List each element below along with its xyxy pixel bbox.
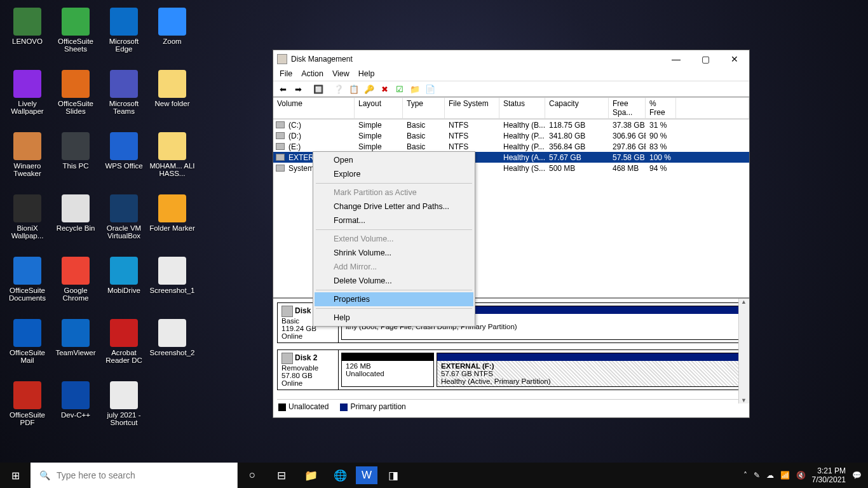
desktop-icon[interactable]: M0HAM... ALI HASS... — [149, 132, 196, 177]
menu-action[interactable]: Action — [301, 69, 323, 78]
desktop-icon[interactable]: Google Chrome — [52, 257, 99, 302]
disk-2[interactable]: Disk 2 Removable 57.80 GB Online 126 MB … — [277, 349, 745, 390]
desktop-icon[interactable]: MobiDrive — [100, 257, 147, 294]
col-layout[interactable]: Layout — [355, 97, 403, 119]
scrollbar[interactable] — [738, 299, 749, 403]
explorer-icon[interactable]: 📁 — [296, 463, 325, 488]
icon-label: OfficeSuite PDF — [4, 411, 51, 426]
taskbar: ⊞ 🔍 Type here to search ○ ⊟ 📁 🌐 W ◨ ˄ ✎ … — [0, 463, 868, 488]
desktop-icon[interactable]: Recycle Bin — [52, 194, 99, 232]
desktop-icon[interactable]: Lively Wallpaper — [4, 70, 51, 115]
app-icon — [13, 381, 41, 409]
col-capacity[interactable]: Capacity — [545, 97, 609, 119]
notifications-icon[interactable]: 💬 — [852, 471, 862, 480]
desktop-icon[interactable]: OfficeSuite Sheets — [52, 8, 99, 53]
toolbar: ⬅ ➡ 🔲 ❔ 📋 🔑 ✖ ☑ 📁 📄 — [273, 81, 749, 97]
list-icon[interactable]: 📋 — [347, 83, 361, 95]
icon-label: Acrobat Reader DC — [100, 349, 147, 364]
refresh-icon[interactable]: 🔲 — [311, 83, 325, 95]
tray-wifi-icon[interactable]: 📶 — [780, 471, 790, 480]
diskmgmt-taskbar-icon[interactable]: ◨ — [379, 463, 408, 488]
desktop-icon[interactable]: Winaero Tweaker — [4, 132, 51, 177]
back-icon[interactable]: ⬅ — [276, 83, 290, 95]
volume-row[interactable]: (E:) Simple Basic NTFS Healthy (P... 356… — [273, 141, 749, 152]
window-title: Disk Management — [291, 55, 353, 64]
disk-2-partition-external[interactable]: EXTERNAL (F:) 57.67 GB NTFS Healthy (Act… — [437, 353, 742, 387]
cortana-icon[interactable]: ○ — [238, 463, 267, 488]
desktop-icon[interactable]: OfficeSuite Mail — [4, 319, 51, 364]
clock[interactable]: 3:21 PM 7/30/2021 — [812, 466, 846, 485]
start-button[interactable]: ⊞ — [0, 463, 31, 488]
icon-label: OfficeSuite Sheets — [52, 37, 99, 53]
desktop-icon[interactable]: WPS Office — [100, 132, 147, 170]
desktop-icon[interactable]: Zoom — [149, 8, 196, 45]
menu-item[interactable]: Help — [315, 311, 473, 325]
desktop-icon[interactable]: Microsoft Edge — [100, 8, 147, 53]
chrome-icon[interactable]: 🌐 — [325, 463, 355, 488]
check-icon[interactable]: ☑ — [393, 83, 407, 95]
volume-row[interactable]: (D:) Simple Basic NTFS Healthy (P... 341… — [273, 130, 749, 141]
properties-icon[interactable]: 📄 — [423, 83, 437, 95]
app-icon — [158, 8, 186, 36]
desktop-icon[interactable]: Acrobat Reader DC — [100, 319, 147, 364]
app-icon — [62, 132, 90, 160]
col-freespace[interactable]: Free Spa... — [609, 97, 646, 119]
maximize-button[interactable]: ▢ — [691, 50, 720, 68]
icon-label: Oracle VM VirtualBox — [100, 224, 147, 240]
desktop-icon[interactable]: Screenshot_2 — [149, 319, 196, 356]
menu-help[interactable]: Help — [358, 69, 375, 78]
desktop-icon[interactable]: Microsoft Teams — [100, 70, 147, 115]
desktop-icon[interactable]: OfficeSuite Documents — [4, 257, 51, 302]
menu-item[interactable]: Explore — [315, 167, 473, 181]
minimize-button[interactable]: — — [661, 50, 691, 68]
menu-item[interactable]: Change Drive Letter and Paths... — [315, 200, 473, 214]
menu-item[interactable]: Shrink Volume... — [315, 246, 473, 260]
folder-icon[interactable]: 📁 — [408, 83, 422, 95]
wps-icon[interactable]: W — [356, 466, 377, 484]
tray-chevron-icon[interactable]: ˄ — [743, 471, 747, 480]
col-filesystem[interactable]: File System — [445, 97, 499, 119]
forward-icon[interactable]: ➡ — [291, 83, 305, 95]
desktop-icon[interactable]: OfficeSuite Slides — [52, 70, 99, 115]
app-icon — [13, 8, 41, 36]
desktop-icon[interactable]: OfficeSuite PDF — [4, 381, 51, 426]
desktop-icon[interactable]: LENOVO — [4, 8, 51, 45]
titlebar[interactable]: Disk Management — ▢ ✕ — [273, 50, 749, 68]
close-button[interactable]: ✕ — [720, 50, 749, 68]
col-pctfree[interactable]: % Free — [646, 97, 676, 119]
col-volume[interactable]: Volume — [273, 97, 355, 119]
menu-item[interactable]: Delete Volume... — [315, 274, 473, 288]
app-icon — [62, 70, 90, 98]
col-status[interactable]: Status — [499, 97, 545, 119]
menu-file[interactable]: File — [280, 69, 292, 78]
menu-view[interactable]: View — [332, 69, 349, 78]
icon-label: Lively Wallpaper — [4, 100, 51, 115]
desktop-icon[interactable]: Folder Marker — [149, 194, 196, 232]
menu-item[interactable]: Properties — [315, 292, 473, 306]
search-box[interactable]: 🔍 Type here to search — [31, 463, 238, 488]
disk-2-unallocated[interactable]: 126 MB Unallocated — [341, 353, 434, 387]
desktop-icon[interactable]: TeamViewer — [52, 319, 99, 356]
desktop-icon[interactable]: This PC — [52, 132, 99, 170]
taskview-icon[interactable]: ⊟ — [267, 463, 296, 488]
col-type[interactable]: Type — [403, 97, 445, 119]
desktop-icon[interactable]: BioniX Wallpap... — [4, 194, 51, 240]
desktop-icon[interactable]: Screenshot_1 — [149, 257, 196, 294]
menu-item[interactable]: Open — [315, 153, 473, 167]
delete-icon[interactable]: ✖ — [377, 83, 391, 95]
icon-label: LENOVO — [4, 37, 51, 45]
action-icon[interactable]: 🔑 — [362, 83, 376, 95]
help-icon[interactable]: ❔ — [332, 83, 346, 95]
tray-pen-icon[interactable]: ✎ — [754, 471, 760, 480]
tray-volume-icon[interactable]: 🔇 — [796, 471, 806, 480]
tray-onedrive-icon[interactable]: ☁ — [766, 471, 774, 480]
desktop-icon[interactable]: july 2021 - Shortcut — [100, 381, 147, 426]
desktop-icon[interactable]: Dev-C++ — [52, 381, 99, 419]
app-icon — [62, 257, 90, 285]
desktop-icon[interactable]: Oracle VM VirtualBox — [100, 194, 147, 240]
desktop-icon[interactable]: New folder — [149, 70, 196, 107]
icon-label: TeamViewer — [52, 349, 99, 356]
menu-item[interactable]: Format... — [315, 214, 473, 227]
icon-label: Zoom — [149, 37, 196, 45]
volume-row[interactable]: (C:) Simple Basic NTFS Healthy (B... 118… — [273, 119, 749, 130]
